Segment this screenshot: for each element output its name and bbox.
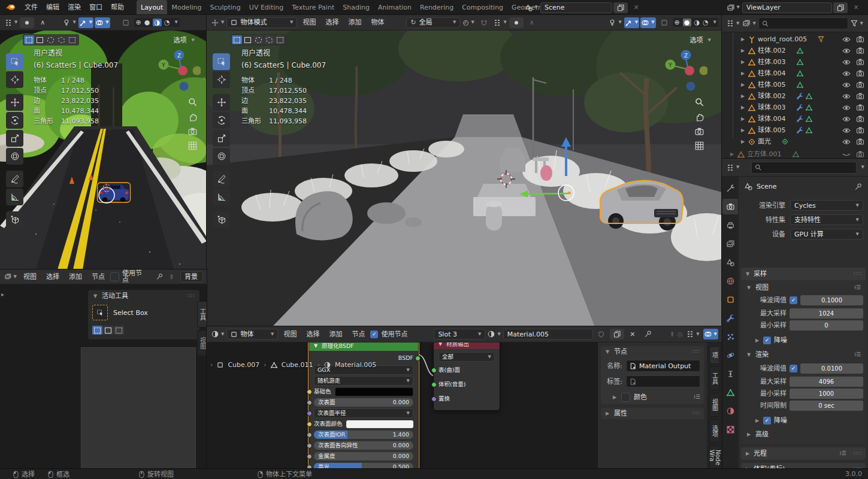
- node-name-field[interactable]: Material Output: [626, 360, 700, 372]
- new-material-icon[interactable]: [610, 329, 624, 339]
- denoise-expand-icon[interactable]: ▶: [754, 419, 760, 423]
- sss-ior-slider[interactable]: 次表面IOR1.400: [314, 431, 413, 439]
- pivot-point-icon[interactable]: ◴▼: [461, 17, 476, 28]
- light-paths-panel-header[interactable]: ▶光程 ⁞☰∷∷: [741, 447, 866, 460]
- shading-solid-icon[interactable]: ●: [683, 19, 692, 26]
- tab-scene[interactable]: [722, 254, 738, 270]
- proportional-falloff-icon[interactable]: ∧: [525, 17, 539, 28]
- zoom-icon[interactable]: [695, 98, 704, 107]
- material-browse-icon[interactable]: ▼: [486, 329, 501, 339]
- viewlayer-name-field[interactable]: ViewLayer: [742, 2, 832, 13]
- device-dropdown[interactable]: GPU 计算▼: [790, 229, 863, 240]
- menu-select[interactable]: 选择: [321, 17, 343, 28]
- sss-anisotropy-slider[interactable]: 次表面各向异性0.000: [314, 441, 413, 450]
- tool-rotate[interactable]: [213, 112, 230, 129]
- outliner-display-mode-icon[interactable]: ▼: [725, 18, 740, 29]
- tab-constraints[interactable]: [722, 366, 738, 381]
- tab-animation[interactable]: Animation: [374, 2, 416, 13]
- tab-sculpting[interactable]: Sculpting: [205, 2, 244, 13]
- pin-icon[interactable]: [645, 331, 652, 338]
- tab-material[interactable]: [722, 403, 738, 419]
- subsurface-slider[interactable]: 次表面0.000: [314, 398, 413, 407]
- viewlayer-new-icon[interactable]: [833, 2, 848, 13]
- outliner-row-cylinder[interactable]: ▶ 柱体.003: [722, 56, 868, 68]
- scene-delete-icon[interactable]: ✕: [629, 2, 643, 13]
- mode-extend-button[interactable]: [103, 326, 113, 335]
- npanel-expand-arrow[interactable]: ▸: [1, 292, 4, 298]
- proportional-falloff-icon[interactable]: ∧: [35, 17, 50, 28]
- shading-material-icon[interactable]: ◑: [153, 19, 162, 26]
- tool-scale[interactable]: [213, 130, 230, 147]
- tool-measure[interactable]: [6, 189, 23, 205]
- base-color-swatch[interactable]: [335, 387, 413, 396]
- menu-node[interactable]: 节点: [87, 272, 109, 282]
- npanel-tab-node-wrangler[interactable]: Node Wra: [709, 445, 719, 468]
- tab-object[interactable]: [722, 292, 738, 307]
- menu-add[interactable]: 添加: [65, 272, 86, 282]
- select-lasso-button[interactable]: [264, 35, 274, 44]
- tab-view-layer[interactable]: [722, 236, 738, 251]
- menu-node[interactable]: 节点: [347, 329, 369, 339]
- shading-material-icon[interactable]: ◑: [694, 19, 700, 26]
- select-box-button[interactable]: [243, 35, 253, 44]
- advanced-subheader[interactable]: ▶高级: [743, 429, 863, 439]
- npanel-tab-tool[interactable]: 工具: [709, 366, 719, 390]
- use-nodes-checkbox[interactable]: [110, 272, 119, 281]
- unlink-material-icon[interactable]: ✕: [625, 329, 640, 339]
- menu-view[interactable]: 视图: [19, 272, 41, 282]
- menu-file[interactable]: 文件: [20, 2, 42, 13]
- material-name-field[interactable]: Material.005: [503, 329, 593, 339]
- sampling-panel-header[interactable]: ▼采样 ∷∷: [741, 268, 866, 280]
- menu-edit[interactable]: 编辑: [42, 2, 63, 13]
- tool-cursor[interactable]: [213, 71, 230, 88]
- shading-rendered-icon[interactable]: ◔: [164, 19, 171, 26]
- overlays-icon[interactable]: ▼: [703, 329, 718, 339]
- outliner-row-sphere[interactable]: ▶ 球体.004: [722, 113, 868, 125]
- npanel-tab-item[interactable]: 项: [709, 346, 719, 364]
- tab-texture[interactable]: [722, 422, 738, 437]
- zoom-icon[interactable]: [188, 98, 197, 107]
- backdrop-button[interactable]: 背景: [180, 271, 203, 282]
- volumes-panel-header[interactable]: ▶体积(卷标) ∷∷: [741, 463, 866, 468]
- viewlayer-browse-icon[interactable]: ▼: [726, 2, 741, 13]
- tab-rendering[interactable]: Rendering: [416, 2, 458, 13]
- viewport-noise-value[interactable]: 0.1000: [800, 295, 863, 305]
- select-box-tool-icon[interactable]: [92, 305, 108, 320]
- select-extend-button[interactable]: [275, 35, 285, 44]
- tab-modeling[interactable]: Modeling: [167, 2, 205, 13]
- sss-color-swatch[interactable]: [346, 420, 413, 428]
- attributes-panel-header[interactable]: ▶属性 ∷∷: [601, 408, 704, 419]
- tab-layout[interactable]: Layout: [137, 0, 167, 15]
- viewport-noise-checkbox[interactable]: ✓: [790, 296, 797, 304]
- select-box-button[interactable]: [35, 35, 45, 44]
- tab-particles[interactable]: [722, 329, 738, 344]
- viewport-main-options[interactable]: 选项▼: [686, 35, 715, 46]
- hidden-eye-icon[interactable]: [842, 151, 851, 157]
- select-circle-button[interactable]: [253, 35, 264, 44]
- outliner-row-cylinder[interactable]: ▶ 柱体.002: [722, 45, 868, 56]
- outliner-row-area-light[interactable]: ▶ 面光: [722, 136, 868, 147]
- npanel-tab-options[interactable]: 选项: [709, 419, 719, 443]
- scene-new-icon[interactable]: [613, 2, 628, 13]
- viewport-sampling-subheader[interactable]: ▼视图 ⁞☰: [743, 283, 863, 293]
- tab-render[interactable]: [722, 199, 738, 214]
- outliner-row-world-root[interactable]: ▶ world_root.005: [722, 34, 868, 45]
- menu-add[interactable]: 添加: [325, 329, 346, 339]
- render-noise-value[interactable]: 0.0100: [800, 363, 863, 374]
- tool-add-cube[interactable]: [6, 211, 23, 228]
- surface-input-socket[interactable]: [431, 368, 437, 373]
- proportional-edit-icon[interactable]: [20, 17, 34, 28]
- parent-node-tree-icon[interactable]: ⬆: [669, 331, 675, 338]
- blender-logo-icon[interactable]: [6, 3, 16, 13]
- outliner-filter-image-icon[interactable]: ▼: [742, 18, 757, 29]
- editor-type-icon[interactable]: ▼: [210, 17, 225, 28]
- menu-window[interactable]: 窗口: [85, 2, 107, 13]
- preset-list-icon[interactable]: ⁞☰: [854, 352, 861, 357]
- mode-set-button[interactable]: [92, 326, 102, 335]
- use-nodes-checkbox[interactable]: ✓: [370, 331, 378, 338]
- snap-magnet-icon[interactable]: [477, 17, 491, 28]
- color-expand-icon[interactable]: ▶: [612, 395, 618, 400]
- tab-physics[interactable]: [722, 347, 738, 363]
- snap-with-icon[interactable]: ▼: [492, 17, 507, 28]
- denoise-expand-icon[interactable]: ▶: [754, 338, 760, 343]
